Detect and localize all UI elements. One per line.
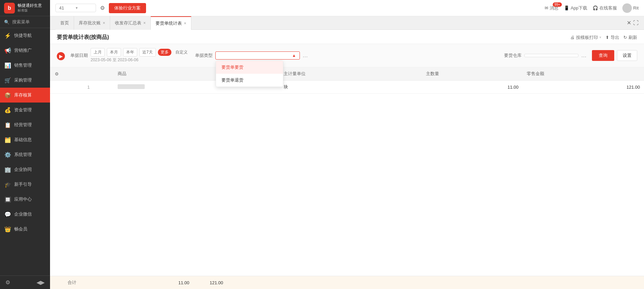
tab-close-all-button[interactable]: ✕ [627, 20, 631, 26]
guide-icon: 🎓 [4, 181, 11, 188]
sidebar-item-label: 基础信息 [14, 137, 32, 143]
sidebar-item-label: 经营管理 [14, 122, 32, 128]
table-header-row: ⚙ 商品 主计量单位 主数量 零售金额 [50, 67, 644, 81]
last-7days-button[interactable]: 近7天 [139, 48, 156, 57]
sidebar-item-marketing[interactable]: 📢 营销推广 [0, 43, 50, 58]
tab-receipt-summary-close[interactable]: × [143, 21, 146, 25]
type-more-button[interactable]: … [303, 52, 308, 59]
this-month-button[interactable]: 本月 [107, 48, 121, 57]
dropdown-item-1[interactable]: 要货单要货 [216, 61, 283, 74]
search-menu[interactable]: 🔍 搜索菜单 [0, 16, 50, 28]
collapse-icon[interactable]: ◀▶ [37, 279, 45, 286]
print-chevron-icon: ▾ [599, 35, 601, 40]
sidebar-item-member[interactable]: 👑 畅会员 [0, 222, 50, 237]
member-icon: 👑 [4, 225, 11, 233]
company-selector[interactable]: 41 ▾ [55, 4, 96, 12]
sidebar-logo-text-group: 畅捷通好生意 标准版 [18, 3, 42, 13]
last-month-button[interactable]: 上月 [91, 48, 105, 57]
app-download-button[interactable]: 📱 App下载 [564, 5, 587, 11]
row-unit-cell: 块 [280, 81, 422, 94]
online-service-button[interactable]: 🎧 在线客服 [593, 5, 617, 11]
page-content: 要货单统计表(按商品) 🖨 按模板打印 ▾ ⬆ 导出 ↻ 刷新 [50, 30, 644, 289]
sidebar-item-guide[interactable]: 🎓 新手引导 [0, 177, 50, 192]
sidebar-item-basic[interactable]: 🗂️ 基础信息 [0, 132, 50, 147]
sidebar-item-operation[interactable]: 📋 经营管理 [0, 117, 50, 132]
warehouse-filter-group: 要货仓库 … [504, 52, 587, 59]
tab-batch-account-label: 库存批次账 [79, 20, 101, 26]
tab-batch-account[interactable]: 库存批次账 × [74, 16, 110, 30]
app-logo-icon: b [4, 3, 15, 14]
tab-order-stat-close[interactable]: × [184, 21, 186, 26]
query-button[interactable]: 查询 [592, 50, 614, 61]
type-filter-label: 单据类型 [195, 52, 213, 59]
data-table-container: ⚙ 商品 主计量单位 主数量 零售金额 1 [50, 67, 644, 276]
sidebar-item-purchase[interactable]: 🛒 采购管理 [0, 73, 50, 88]
filter-expand-button[interactable]: ▶ [57, 52, 65, 60]
header-right: ✉ 消息 99+ 📱 App下载 🎧 在线客服 Rit [545, 3, 639, 13]
settings-icon[interactable]: ⚙ [5, 279, 10, 286]
date-range-display: 2023-05-06 至 2023-06-06 [91, 57, 190, 63]
sidebar: b 畅捷通好生意 标准版 🔍 搜索菜单 ⚡ 快捷导航 📢 营销推广 📊 销售管理… [0, 0, 50, 289]
tab-order-stat[interactable]: 要货单统计表 × [151, 16, 191, 30]
sidebar-item-inventory[interactable]: 📦 库存核算 [0, 88, 50, 103]
online-service-label: 在线客服 [599, 5, 617, 11]
print-template-button[interactable]: 🖨 按模板打印 ▾ [570, 35, 601, 41]
export-button[interactable]: ⬆ 导出 [605, 35, 619, 41]
sidebar-item-sales[interactable]: 📊 销售管理 [0, 58, 50, 73]
date-more-button[interactable]: 更多 [158, 49, 171, 56]
col-quantity: 主数量 [422, 67, 523, 81]
sidebar-item-label: 快捷导航 [14, 32, 32, 39]
tab-home[interactable]: 首页 [55, 16, 74, 30]
chevron-down-icon: ▾ [76, 6, 92, 10]
sidebar-item-finance[interactable]: 💰 资金管理 [0, 103, 50, 117]
trial-button[interactable]: 体验行业方案 [109, 3, 146, 13]
refresh-button[interactable]: ↻ 刷新 [623, 35, 637, 41]
type-select[interactable]: ▲ 要货单要货 要货单退货 [215, 51, 300, 60]
appstore-icon: 🔲 [4, 196, 11, 203]
filter-bar: ▶ 单据日期 上月 本月 本年 近7天 更多 自定义 2023-05-06 [50, 44, 644, 67]
sidebar-item-system[interactable]: ⚙️ 系统管理 [0, 147, 50, 162]
date-custom-button[interactable]: 自定义 [173, 48, 190, 56]
table-header: ⚙ 商品 主计量单位 主数量 零售金额 [50, 67, 644, 81]
col-settings[interactable]: ⚙ [50, 67, 64, 81]
product-placeholder [118, 84, 145, 89]
row-settings-cell [50, 81, 64, 94]
row-num-cell: 1 [64, 81, 114, 94]
header-left: 41 ▾ ⚙ 体验行业方案 [55, 3, 146, 13]
sidebar-item-appstore[interactable]: 🔲 应用中心 [0, 192, 50, 207]
print-template-label: 按模板打印 [576, 35, 598, 41]
settings-button[interactable]: 设置 [617, 50, 637, 61]
this-year-button[interactable]: 本年 [123, 48, 137, 57]
basic-icon: 🗂️ [4, 136, 11, 143]
page-title: 要货单统计表(按商品) [57, 34, 109, 41]
user-menu[interactable]: Rit [622, 3, 639, 13]
tab-maximize-button[interactable]: ⛶ [633, 20, 639, 26]
table-row: 1 块 11.00 121.00 [50, 81, 644, 94]
sidebar-item-label: 新手引导 [14, 181, 32, 187]
sidebar-item-quick-nav[interactable]: ⚡ 快捷导航 [0, 28, 50, 43]
gear-icon[interactable]: ⚙ [100, 5, 105, 11]
filter-action-buttons: 查询 设置 [592, 50, 637, 61]
sidebar-item-label: 销售管理 [14, 62, 32, 68]
dropdown-item-2[interactable]: 要货单退货 [216, 74, 283, 87]
tab-receipt-summary-label: 收发存汇总表 [115, 20, 141, 26]
print-icon: 🖨 [570, 35, 575, 40]
tab-home-label: 首页 [60, 20, 69, 26]
data-table: ⚙ 商品 主计量单位 主数量 零售金额 1 [50, 67, 644, 94]
sidebar-item-label: 应用中心 [14, 196, 32, 202]
sidebar-item-label: 系统管理 [14, 152, 32, 158]
tab-batch-account-close[interactable]: × [103, 21, 105, 25]
warehouse-more-button[interactable]: … [581, 52, 587, 59]
tab-receipt-summary[interactable]: 收发存汇总表 × [110, 16, 151, 30]
date-filter-label: 单据日期 [70, 52, 88, 59]
messages-button[interactable]: ✉ 消息 99+ [545, 5, 558, 11]
row-amount-cell: 121.00 [523, 81, 644, 94]
enterprise-icon: 🏢 [4, 166, 11, 173]
sidebar-item-label: 资金管理 [14, 107, 32, 113]
warehouse-select[interactable] [524, 54, 578, 57]
marketing-icon: 📢 [4, 47, 11, 54]
filter-row-top: ▶ 单据日期 上月 本月 本年 近7天 更多 自定义 2023-05-06 [57, 48, 637, 63]
app-subtitle: 标准版 [18, 8, 42, 13]
sidebar-item-enterprise[interactable]: 🏢 企业协同 [0, 162, 50, 177]
sidebar-item-wechat[interactable]: 💬 企业微信 [0, 207, 50, 222]
